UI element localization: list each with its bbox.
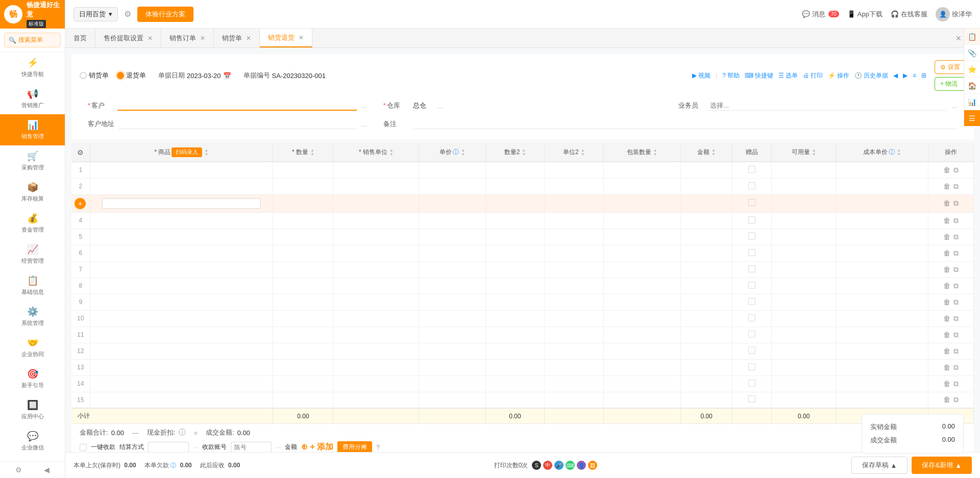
sort-arrows-qty[interactable]: ▲ ▼ — [310, 148, 314, 157]
copy-row-icon[interactable]: ⧉ — [953, 314, 959, 323]
address-input[interactable] — [118, 119, 357, 129]
select-link[interactable]: ☰ 选单 — [778, 71, 798, 80]
delete-row-icon[interactable]: 🗑 — [943, 298, 950, 307]
notes-input[interactable] — [413, 119, 958, 129]
gift-checkbox[interactable] — [748, 282, 755, 289]
settings-bottom-icon[interactable]: ⚙ — [15, 466, 22, 474]
copy-row-icon[interactable]: ⧉ — [953, 233, 959, 241]
sidebar-item-sales[interactable]: 📊 销售管理 — [0, 114, 65, 145]
tab-sale-order[interactable]: 销售订单 ✕ — [161, 29, 214, 47]
payment-account-input[interactable] — [231, 442, 272, 452]
delete-row-icon[interactable]: 🗑 — [943, 249, 950, 258]
copy-row-icon[interactable]: ⧉ — [953, 363, 959, 372]
add-item-button[interactable]: ⊕ + 添加 — [301, 442, 333, 452]
payment-method-dots[interactable]: ··· — [193, 444, 198, 451]
nav-next-icon[interactable]: ▶ — [903, 72, 908, 79]
copy-row-icon[interactable]: ⧉ — [953, 395, 959, 404]
gift-checkbox[interactable] — [748, 249, 755, 256]
discount-info-icon[interactable]: ⓘ — [179, 428, 186, 437]
topbar-gear-icon[interactable]: ⚙ — [124, 9, 131, 19]
right-panel-star-icon[interactable]: ⭐ — [964, 61, 981, 78]
gift-checkbox[interactable] — [748, 298, 755, 305]
delete-row-icon[interactable]: 🗑 — [943, 182, 950, 191]
gift-checkbox[interactable] — [748, 233, 755, 240]
collapse-icon[interactable]: ◀ — [44, 466, 50, 474]
payment-account-dots[interactable]: ··· — [276, 444, 281, 451]
gift-checkbox[interactable] — [748, 265, 755, 272]
sidebar-item-enterprise[interactable]: 🤝 企业协同 — [0, 332, 65, 363]
customer-input[interactable] — [117, 100, 357, 111]
operate-link[interactable]: ⚡ 操作 — [828, 71, 849, 80]
delete-row-icon[interactable]: 🗑 — [943, 363, 950, 372]
debt-info-icon[interactable]: ⓘ — [170, 462, 176, 468]
sidebar-item-marketing[interactable]: 📢 营销推广 — [0, 83, 65, 114]
tab-close-sale-return[interactable]: ✕ — [299, 34, 304, 41]
search-menu-button[interactable]: 🔍 搜索菜单 — [4, 33, 61, 47]
sidebar-item-member[interactable]: V 畅会员 — [0, 457, 65, 461]
copy-row-icon[interactable]: ⧉ — [953, 380, 959, 388]
sidebar-item-purchase[interactable]: 🛒 采购管理 — [0, 145, 65, 177]
sort-arrows-unit[interactable]: ▲ ▼ — [389, 148, 394, 157]
save-draft-button[interactable]: 保存草稿 ▲ — [851, 457, 908, 474]
tab-close-sale-price[interactable]: ✕ — [148, 35, 153, 42]
payment-checkbox[interactable] — [80, 444, 87, 451]
delete-row-icon[interactable]: 🗑 — [943, 166, 950, 174]
delete-row-icon[interactable]: 🗑 — [943, 331, 950, 339]
copy-row-icon[interactable]: ⧉ — [953, 182, 959, 191]
sort-arrows-pack[interactable]: ▲ ▼ — [653, 148, 657, 157]
fee-split-button[interactable]: 费用分摊 — [337, 441, 372, 452]
sort-arrows-amount[interactable]: ▲ ▼ — [712, 148, 716, 157]
copy-row-icon[interactable]: ⧉ — [953, 282, 959, 290]
delete-row-icon[interactable]: 🗑 — [943, 347, 950, 356]
sidebar-item-operations[interactable]: 📈 经营管理 — [0, 239, 65, 270]
salesperson-dots[interactable]: ... — [951, 102, 958, 110]
sort-arrows-unit2[interactable]: ▲ ▼ — [581, 148, 585, 157]
copy-row-icon[interactable]: ⧉ — [953, 216, 959, 225]
copy-row-icon[interactable]: ⧉ — [953, 249, 959, 258]
sort-arrows-price[interactable]: ▲ ▼ — [461, 148, 465, 157]
delete-row-icon[interactable]: 🗑 — [943, 282, 950, 290]
tab-close-all-icon[interactable]: ✕ — [953, 32, 964, 44]
video-link[interactable]: ▶ 视频 — [692, 71, 710, 80]
delete-row-icon[interactable]: 🗑 — [943, 199, 950, 208]
help-link[interactable]: ? 帮助 — [722, 71, 740, 80]
mic-icon[interactable]: 🎤 — [554, 461, 564, 470]
notification-item[interactable]: 💬 消息 70 — [802, 10, 839, 19]
delete-row-icon[interactable]: 🗑 — [943, 380, 950, 388]
view-grid-icon[interactable]: ⊞ — [921, 72, 926, 79]
fee-help-icon[interactable]: ? — [376, 444, 380, 451]
copy-row-icon[interactable]: ⧉ — [953, 331, 959, 339]
sidebar-item-apps[interactable]: 🔲 应用中心 — [0, 394, 65, 425]
sort-arrows-available[interactable]: ▲ ▼ — [812, 148, 816, 157]
sidebar-item-finance[interactable]: 💰 资金管理 — [0, 208, 65, 239]
tab-home[interactable]: 首页 — [65, 29, 95, 47]
tab-sale-price[interactable]: 售价提取设置 ✕ — [95, 29, 161, 47]
delete-row-icon[interactable]: 🗑 — [943, 314, 950, 323]
history-link[interactable]: 🕐 历史单据 — [854, 71, 888, 80]
tab-close-sale-delivery[interactable]: ✕ — [246, 35, 251, 42]
print-link[interactable]: 🖨 打印 — [803, 71, 823, 80]
calendar-icon[interactable]: 📅 — [223, 72, 231, 80]
sidebar-item-system[interactable]: ⚙️ 系统管理 — [0, 301, 65, 332]
col-gear-icon[interactable]: ⚙ — [77, 148, 84, 157]
sort-arrows-product[interactable]: ▲ ▼ — [204, 148, 208, 157]
tab-sale-return[interactable]: 销货退货 ✕ — [260, 29, 312, 47]
settings-button[interactable]: ⚙ 设置 — [935, 60, 966, 74]
copy-row-icon[interactable]: ⧉ — [953, 199, 959, 208]
sort-arrows-cost[interactable]: ▲ ▼ — [897, 148, 901, 157]
right-panel-attach-icon[interactable]: 📎 — [964, 45, 981, 61]
tab-sale-delivery[interactable]: 销货单 ✕ — [214, 29, 260, 47]
gift-checkbox[interactable] — [748, 380, 755, 387]
sidebar-item-quick[interactable]: ⚡ 快捷导航 — [0, 52, 65, 83]
user-profile-item[interactable]: 👤 徐泽华 — [936, 7, 972, 21]
gift-checkbox[interactable] — [748, 182, 755, 189]
gift-checkbox[interactable] — [748, 216, 755, 223]
delete-row-icon[interactable]: 🗑 — [943, 216, 950, 225]
demo-button[interactable]: 体验行业方案 — [137, 7, 193, 22]
sort-arrows-qty2[interactable]: ▲ ▼ — [522, 148, 526, 157]
delete-row-icon[interactable]: 🗑 — [943, 395, 950, 404]
gift-checkbox[interactable] — [748, 363, 755, 370]
warehouse-dots[interactable]: ... — [437, 102, 444, 110]
copy-row-icon[interactable]: ⧉ — [953, 265, 959, 274]
add-row-button[interactable]: + — [75, 198, 86, 209]
